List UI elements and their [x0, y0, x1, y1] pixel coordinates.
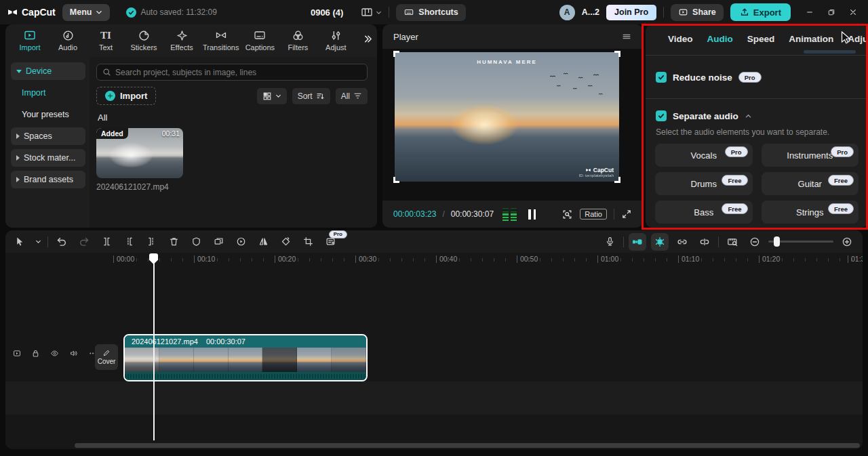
tab-import[interactable]: Import	[11, 29, 49, 51]
close-button[interactable]	[845, 4, 861, 20]
ratio-button[interactable]: Ratio	[580, 209, 607, 220]
media-main: Import Sort All	[90, 57, 377, 228]
link-button[interactable]	[673, 233, 691, 251]
ruler-label: 00:50	[517, 255, 538, 263]
selection-handle[interactable]	[393, 51, 399, 57]
tab-animation[interactable]: Animation	[789, 34, 833, 44]
minimize-button[interactable]	[802, 4, 818, 20]
tab-audio[interactable]: Audio	[707, 34, 733, 44]
divider	[389, 7, 389, 18]
undo-button[interactable]	[53, 233, 71, 251]
search-input[interactable]	[115, 68, 361, 77]
join-pro-button[interactable]: Join Pro	[606, 5, 656, 20]
playhead[interactable]	[153, 253, 155, 440]
mute-track-button[interactable]	[68, 348, 80, 359]
mask-button[interactable]	[187, 233, 205, 251]
sidebar-item-device[interactable]: Device	[11, 62, 85, 80]
split-button[interactable]	[120, 233, 138, 251]
smart-edit-button[interactable]: Pro	[321, 233, 339, 251]
split-left-button[interactable]	[98, 233, 115, 251]
auto-snap-button[interactable]	[629, 233, 646, 251]
overlay-button[interactable]	[210, 233, 227, 251]
reduce-noise-checkbox[interactable]	[656, 72, 667, 83]
trash-icon	[169, 236, 179, 247]
video-clip[interactable]: 202406121027.mp4 00:00:30:07	[123, 334, 368, 381]
tab-effects[interactable]: Effects	[163, 29, 201, 51]
restore-button[interactable]	[823, 4, 840, 20]
delete-button[interactable]	[165, 233, 182, 251]
timeline-preview-button[interactable]	[724, 233, 741, 251]
pause-button[interactable]	[528, 209, 536, 220]
record-voiceover-button[interactable]	[601, 233, 618, 251]
sidebar-item-import[interactable]: Import	[11, 84, 85, 102]
view-mode-button[interactable]	[257, 88, 287, 104]
media-controls-row: Import Sort All	[96, 87, 368, 105]
video-preview[interactable]: HUMNAVA MERE CapCut ID: templatebysitah	[395, 52, 619, 182]
export-button[interactable]: Export	[730, 3, 791, 21]
selection-handle[interactable]	[614, 51, 620, 57]
snapshot-button[interactable]	[561, 209, 573, 220]
selection-handle[interactable]	[614, 177, 620, 183]
player-menu-button[interactable]	[621, 32, 632, 41]
rotate-button[interactable]	[277, 233, 294, 251]
sidebar-item-spaces[interactable]: Spaces	[11, 127, 85, 145]
sort-button[interactable]: Sort	[292, 88, 330, 104]
tab-adjust[interactable]: Adjust	[317, 29, 355, 51]
separate-audio-checkbox[interactable]	[656, 110, 667, 121]
selection-handle[interactable]	[393, 177, 399, 183]
zoom-out-button[interactable]	[746, 233, 764, 251]
timeline-ruler[interactable]: 00:00 00:10 00:20 00:30 00:40 00:50 01:0…	[5, 253, 863, 266]
menu-button[interactable]: Menu	[62, 4, 111, 21]
select-tool-dropdown[interactable]	[33, 233, 43, 251]
zoom-in-button[interactable]	[838, 233, 856, 251]
tab-transitions[interactable]: Transitions	[201, 29, 241, 51]
divider	[663, 7, 664, 18]
stem-label: Instruments	[787, 150, 833, 161]
stem-vocals-button[interactable]: Vocals Pro	[655, 144, 753, 167]
magnet-snap-button[interactable]	[651, 233, 669, 251]
sidebar-item-your-presets[interactable]: Your presets	[11, 106, 85, 123]
media-item[interactable]: Added 00:31 202406121027.mp4	[96, 128, 183, 192]
tabs-overflow-button[interactable]	[363, 34, 373, 44]
tab-adjust[interactable]: Adjust	[848, 34, 868, 44]
tab-filters[interactable]: Filters	[279, 29, 317, 51]
stem-drums-button[interactable]: Drums Free	[655, 172, 753, 195]
tab-text[interactable]: TI Text	[87, 29, 125, 51]
cover-button[interactable]: Cover	[95, 344, 118, 370]
timeline-horizontal-scrollbar[interactable]	[75, 443, 860, 448]
stem-guitar-button[interactable]: Guitar Free	[762, 172, 859, 195]
avatar[interactable]: A	[559, 5, 575, 20]
tab-scrollbar-thumb[interactable]	[804, 50, 856, 54]
tab-speed[interactable]: Speed	[747, 34, 775, 44]
captions-tab-icon	[254, 29, 266, 41]
unlink-button[interactable]	[696, 233, 713, 251]
layout-switch-button[interactable]	[361, 7, 382, 18]
stem-instruments-button[interactable]: Instruments Pro	[762, 144, 859, 167]
shortcuts-button[interactable]: Shortcuts	[396, 4, 465, 21]
fullscreen-button[interactable]	[621, 209, 632, 220]
tab-stickers[interactable]: Stickers	[125, 29, 163, 51]
hide-track-button[interactable]	[48, 348, 61, 359]
stem-strings-button[interactable]: Strings Free	[762, 201, 859, 224]
sidebar-item-brand-assets[interactable]: Brand assets	[11, 171, 85, 188]
filter-button[interactable]: All	[336, 88, 368, 104]
chevron-up-icon[interactable]	[745, 112, 752, 120]
import-media-button[interactable]: Import	[96, 87, 156, 105]
timeline-zoom-slider[interactable]	[768, 241, 833, 243]
mirror-button[interactable]	[254, 233, 272, 251]
lock-track-button[interactable]	[30, 348, 41, 359]
redo-icon	[79, 236, 90, 247]
tab-audio[interactable]: Audio	[49, 29, 87, 51]
split-right-button[interactable]	[142, 233, 160, 251]
crop-button[interactable]	[299, 233, 317, 251]
tab-video[interactable]: Video	[668, 34, 693, 44]
share-button[interactable]: Share	[671, 4, 724, 21]
select-tool-button[interactable]	[11, 233, 28, 251]
tab-captions[interactable]: Captions	[241, 29, 279, 51]
redo-button[interactable]	[75, 233, 93, 251]
stem-bass-button[interactable]: Bass Free	[655, 201, 753, 224]
sidebar-item-stock-materials[interactable]: Stock mater...	[11, 149, 85, 167]
track-controls	[11, 348, 99, 359]
zoom-slider-thumb[interactable]	[774, 236, 780, 247]
speed-button[interactable]	[232, 233, 250, 251]
